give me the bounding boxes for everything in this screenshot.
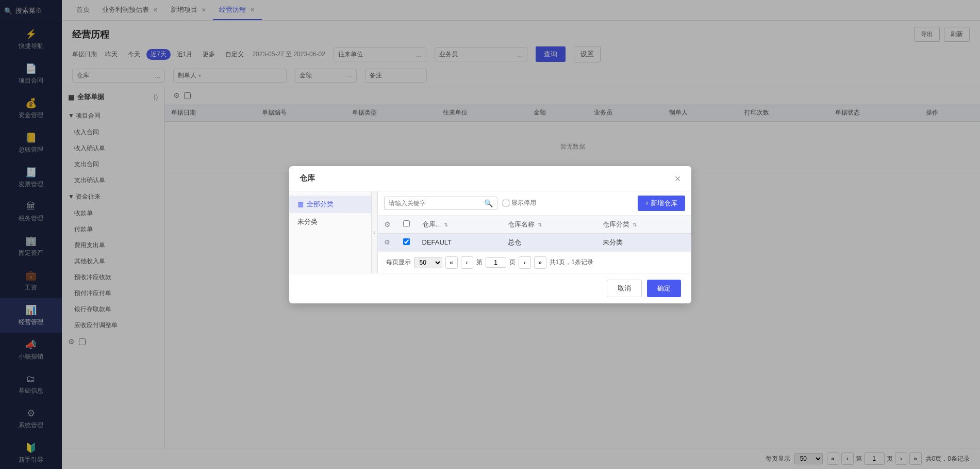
show-disabled-text: 显示停用 [511, 199, 536, 207]
modal-table-select-all[interactable] [403, 220, 410, 227]
modal-prev-btn[interactable]: ‹ [461, 256, 473, 269]
table-row[interactable]: ⚙ DEFAULT 总仓 未分类 [378, 233, 691, 251]
sort-icon: ⇅ [444, 222, 448, 228]
modal-last-btn[interactable]: » [534, 256, 546, 269]
row-category-cell: 未分类 [596, 233, 691, 251]
col-header-label: 仓库名称 [508, 220, 535, 228]
modal-body: ▦ 全部分类 未分类 ‹ 🔍 [289, 191, 691, 273]
modal-toolbar: 🔍 显示停用 + 新增仓库 [378, 191, 691, 216]
row-checkbox[interactable] [403, 238, 410, 245]
collapse-icon: ‹ [373, 229, 375, 235]
modal-content: 🔍 显示停用 + 新增仓库 ⚙ [378, 191, 691, 273]
modal-total-label: 共1页，1条记录 [550, 258, 593, 267]
modal-sidebar-all[interactable]: ▦ 全部分类 [289, 196, 371, 213]
modal-overlay: 仓库 × ▦ 全部分类 未分类 ‹ [0, 0, 980, 469]
col-checkbox-header [397, 216, 416, 234]
modal-sidebar-all-label: 全部分类 [307, 200, 334, 209]
table-gear-icon[interactable]: ⚙ [384, 220, 391, 229]
modal-search-box[interactable]: 🔍 [384, 197, 497, 210]
row-code-cell: DEFAULT [416, 233, 502, 251]
col-warehouse-name-header: 仓库名称 ⇅ [502, 216, 596, 234]
col-warehouse-code-header: 仓库... ⇅ [416, 216, 502, 234]
modal-search-icon: 🔍 [484, 199, 493, 207]
sort-icon2: ⇅ [538, 222, 542, 228]
col-header-label: 仓库... [422, 220, 441, 228]
modal-page-size-label: 每页显示 [386, 258, 411, 267]
row-category: 未分类 [603, 238, 623, 246]
col-settings-header: ⚙ [378, 216, 397, 234]
modal-page-label-pre: 第 [476, 258, 483, 267]
cancel-button[interactable]: 取消 [607, 280, 642, 297]
modal-sidebar-uncategorized-label: 未分类 [297, 217, 318, 227]
warehouse-modal: 仓库 × ▦ 全部分类 未分类 ‹ [289, 166, 691, 303]
modal-page-label: 页 [509, 258, 516, 267]
sort-icon3: ⇅ [633, 222, 637, 228]
row-gear-icon: ⚙ [384, 238, 390, 246]
add-warehouse-button[interactable]: + 新增仓库 [638, 196, 685, 211]
modal-toolbar-left: 🔍 显示停用 [384, 197, 536, 210]
row-name-cell: 总仓 [502, 233, 596, 251]
modal-sidebar: ▦ 全部分类 未分类 [289, 191, 372, 273]
row-settings-cell: ⚙ [378, 233, 397, 251]
all-categories-icon: ▦ [297, 200, 304, 208]
col-header-label: 仓库分类 [603, 220, 629, 228]
modal-search-input[interactable] [389, 200, 481, 207]
col-warehouse-category-header: 仓库分类 ⇅ [596, 216, 691, 234]
modal-footer-bar: 每页显示 50 100 « ‹ 第 页 › » 共1页，1条记录 [378, 252, 691, 273]
show-disabled-checkbox[interactable] [503, 200, 509, 206]
modal-close-button[interactable]: × [675, 173, 681, 184]
modal-next-btn[interactable]: › [519, 256, 531, 269]
modal-actions: 取消 确定 [289, 273, 691, 303]
row-code: DEFAULT [422, 238, 452, 246]
confirm-button[interactable]: 确定 [647, 280, 681, 297]
sidebar-collapse-divider[interactable]: ‹ [372, 191, 378, 273]
modal-first-btn[interactable]: « [445, 256, 458, 269]
modal-header: 仓库 × [289, 166, 691, 191]
modal-sidebar-uncategorized[interactable]: 未分类 [289, 213, 371, 231]
modal-page-input[interactable] [486, 257, 506, 268]
modal-page-size-select[interactable]: 50 100 [414, 257, 442, 268]
show-disabled-label[interactable]: 显示停用 [503, 199, 536, 207]
row-name: 总仓 [508, 238, 521, 246]
row-checkbox-cell [397, 233, 416, 251]
modal-table: ⚙ 仓库... ⇅ 仓库名称 [378, 216, 691, 252]
modal-pagination: 每页显示 50 100 « ‹ 第 页 › » 共1页，1条记录 [386, 256, 593, 269]
modal-title: 仓库 [300, 173, 315, 183]
